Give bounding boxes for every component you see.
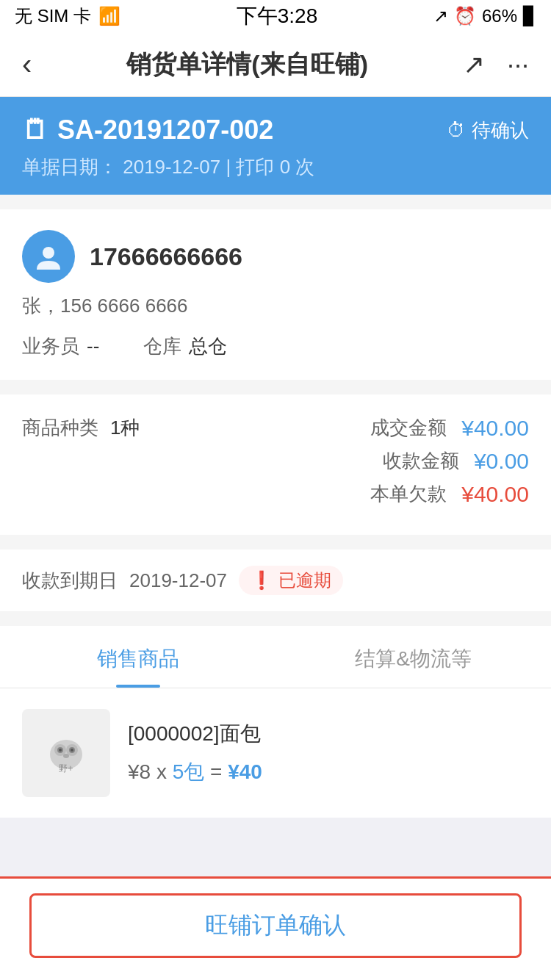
multiply-icon: x: [156, 760, 173, 783]
product-info: [0000002]面包 ¥8 x 5包 = ¥40: [128, 720, 529, 786]
nav-bar: ‹ 销货单详情(来自旺铺) ↗ ···: [0, 32, 551, 97]
product-name: [0000002]面包: [128, 720, 529, 748]
back-button[interactable]: ‹: [22, 48, 32, 81]
summary-card: 商品种类 1种 成交金额 ¥40.00 收款金额 ¥0.00 本单欠款 ¥40.…: [0, 394, 551, 535]
customer-info-card: 17666666666 张，156 6666 6666 业务员 -- 仓库 总仓: [0, 209, 551, 380]
received-label: 收款金额: [383, 448, 459, 474]
unit-price: ¥8: [128, 760, 151, 783]
product-thumbnail: 野+: [22, 709, 110, 797]
svg-point-7: [71, 749, 73, 752]
amount-value: ¥40.00: [461, 416, 529, 441]
status-bar-time: 下午3:28: [237, 2, 318, 30]
due-date-value: 2019-12-07: [129, 569, 227, 592]
overdue-text: 已逾期: [278, 569, 331, 592]
confirm-order-button[interactable]: 旺铺订单确认: [29, 893, 522, 958]
tab-products[interactable]: 销售商品: [0, 626, 276, 688]
customer-meta-row: 业务员 -- 仓库 总仓: [22, 334, 529, 359]
warehouse-value: 总仓: [189, 334, 227, 359]
status-bar-left: 无 SIM 卡 📶: [15, 4, 120, 28]
location-icon: ↗: [433, 6, 448, 26]
product-card: 野+ [0000002]面包 ¥8 x 5包 = ¥40: [0, 688, 551, 818]
status-bar: 无 SIM 卡 📶 下午3:28 ↗ ⏰ 66% ▊: [0, 0, 551, 32]
carrier-label: 无 SIM 卡: [15, 4, 91, 28]
product-type-row: 商品种类 1种: [22, 415, 140, 441]
balance-value: ¥40.00: [461, 482, 529, 507]
total-value: ¥40: [228, 760, 262, 783]
customer-name: 张，156 6666 6666: [22, 293, 529, 319]
due-date-label: 收款到期日: [22, 568, 118, 594]
balance-label: 本单欠款: [370, 481, 447, 507]
product-price-row: ¥8 x 5包 = ¥40: [128, 758, 529, 786]
overdue-icon: ❗: [251, 570, 273, 591]
eq-sign: =: [210, 760, 228, 783]
type-value: 1种: [110, 415, 140, 441]
order-status: ⏱ 待确认: [447, 118, 529, 143]
svg-point-0: [43, 247, 54, 259]
wifi-signal-icon: 📶: [98, 6, 120, 26]
more-icon[interactable]: ···: [507, 49, 529, 80]
status-clock-icon: ⏱: [447, 119, 466, 142]
sales-value: --: [87, 335, 99, 358]
due-date-card: 收款到期日 2019-12-07 ❗ 已逾期: [0, 550, 551, 611]
overdue-badge: ❗ 已逾期: [239, 566, 343, 595]
svg-text:野+: 野+: [59, 763, 73, 774]
battery-label: 66%: [482, 6, 517, 26]
status-bar-right: ↗ ⏰ 66% ▊: [433, 6, 536, 26]
customer-phone: 17666666666: [90, 242, 242, 271]
order-doc-icon: 🗒: [22, 115, 48, 145]
svg-point-6: [59, 749, 62, 752]
confirm-button-container: 旺铺订单确认: [0, 876, 551, 980]
tab-settlement[interactable]: 结算&物流等: [276, 626, 551, 688]
tabs-container: 销售商品 结算&物流等: [0, 626, 551, 688]
qty-value: 5包: [173, 760, 205, 783]
warehouse-label: 仓库: [143, 334, 181, 359]
order-header-card: 🗒 SA-20191207-002 ⏱ 待确认 单据日期： 2019-12-07…: [0, 97, 551, 195]
avatar: [22, 230, 75, 283]
received-value: ¥0.00: [474, 449, 529, 474]
share-icon[interactable]: ↗: [463, 49, 485, 80]
alarm-icon: ⏰: [454, 6, 476, 26]
tabs-row: 销售商品 结算&物流等: [0, 626, 551, 688]
page-title: 销货单详情(来自旺铺): [126, 48, 368, 82]
svg-point-8: [63, 754, 69, 758]
amount-summary: 成交金额 ¥40.00 收款金额 ¥0.00 本单欠款 ¥40.00: [370, 415, 529, 514]
amount-label: 成交金额: [370, 415, 447, 441]
battery-icon: ▊: [523, 6, 536, 26]
sales-label: 业务员: [22, 334, 79, 359]
type-label: 商品种类: [22, 415, 98, 441]
nav-actions: ↗ ···: [463, 49, 529, 80]
order-number: 🗒 SA-20191207-002: [22, 115, 273, 145]
order-date-row: 单据日期： 2019-12-07 | 打印 0 次: [22, 154, 529, 180]
